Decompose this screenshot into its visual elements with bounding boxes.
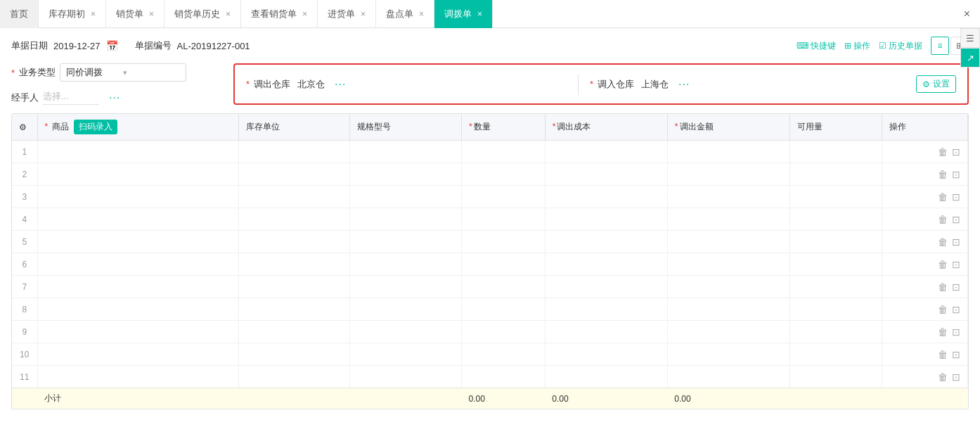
row-cost[interactable]: [545, 141, 667, 163]
row-unit[interactable]: [238, 231, 350, 253]
row-amount[interactable]: [667, 343, 789, 366]
row-spec[interactable]: [350, 163, 462, 186]
delete-icon[interactable]: 🗑: [938, 236, 948, 248]
copy-icon[interactable]: ⊡: [952, 281, 960, 293]
tab-purchase[interactable]: 进货单 ×: [318, 0, 376, 28]
copy-icon[interactable]: ⊡: [952, 236, 960, 248]
tab-sales-history[interactable]: 销货单历史 ×: [165, 0, 241, 28]
row-available[interactable]: [789, 253, 882, 276]
row-product[interactable]: [37, 298, 238, 321]
delete-icon[interactable]: 🗑: [938, 259, 948, 270]
settings-btn[interactable]: ⚙ 设置: [916, 75, 956, 93]
row-spec[interactable]: [350, 208, 462, 231]
row-amount[interactable]: [667, 186, 789, 208]
business-type-select[interactable]: 同价调拨 ▾: [60, 63, 186, 82]
copy-icon[interactable]: ⊡: [952, 259, 960, 270]
row-available[interactable]: [789, 366, 882, 388]
tab-stocktake-close[interactable]: ×: [419, 9, 424, 19]
row-spec[interactable]: [350, 366, 462, 388]
row-spec[interactable]: [350, 298, 462, 321]
row-amount[interactable]: [667, 321, 789, 343]
tab-sales-order-close[interactable]: ×: [149, 9, 154, 19]
tab-inventory-init-close[interactable]: ×: [91, 9, 96, 19]
row-unit[interactable]: [238, 298, 350, 321]
row-spec[interactable]: [350, 186, 462, 208]
row-amount[interactable]: [667, 231, 789, 253]
row-spec[interactable]: [350, 276, 462, 298]
copy-icon[interactable]: ⊡: [952, 169, 960, 180]
copy-icon[interactable]: ⊡: [952, 146, 960, 158]
row-amount[interactable]: [667, 163, 789, 186]
row-amount[interactable]: [667, 141, 789, 163]
row-product[interactable]: [37, 366, 238, 388]
row-qty[interactable]: [461, 366, 545, 388]
row-qty[interactable]: [461, 231, 545, 253]
tab-sales-order[interactable]: 销货单 ×: [106, 0, 165, 28]
row-product[interactable]: [37, 231, 238, 253]
col-gear[interactable]: ⚙: [12, 114, 37, 141]
row-spec[interactable]: [350, 141, 462, 163]
copy-icon[interactable]: ⊡: [952, 304, 960, 315]
tab-purchase-close[interactable]: ×: [361, 9, 366, 19]
delete-icon[interactable]: 🗑: [938, 146, 948, 158]
row-available[interactable]: [789, 343, 882, 366]
row-available[interactable]: [789, 276, 882, 298]
delete-icon[interactable]: 🗑: [938, 169, 948, 180]
row-product[interactable]: [37, 141, 238, 163]
out-warehouse-more-btn[interactable]: ···: [335, 78, 346, 91]
tab-transfer[interactable]: 调拨单 ×: [434, 0, 493, 28]
row-unit[interactable]: [238, 321, 350, 343]
delete-icon[interactable]: 🗑: [938, 349, 948, 360]
copy-icon[interactable]: ⊡: [952, 371, 960, 383]
row-cost[interactable]: [545, 343, 667, 366]
row-product[interactable]: [37, 163, 238, 186]
row-product[interactable]: [37, 321, 238, 343]
row-spec[interactable]: [350, 253, 462, 276]
delete-icon[interactable]: 🗑: [938, 281, 948, 293]
row-qty[interactable]: [461, 186, 545, 208]
row-available[interactable]: [789, 141, 882, 163]
row-cost[interactable]: [545, 253, 667, 276]
row-product[interactable]: [37, 343, 238, 366]
delete-icon[interactable]: 🗑: [938, 214, 948, 225]
row-qty[interactable]: [461, 321, 545, 343]
row-unit[interactable]: [238, 186, 350, 208]
row-qty[interactable]: [461, 163, 545, 186]
delete-icon[interactable]: 🗑: [938, 191, 948, 203]
tab-stocktake[interactable]: 盘点单 ×: [376, 0, 434, 28]
row-product[interactable]: [37, 253, 238, 276]
delete-icon[interactable]: 🗑: [938, 371, 948, 383]
delete-icon[interactable]: 🗑: [938, 326, 948, 338]
row-qty[interactable]: [461, 208, 545, 231]
calendar-icon[interactable]: 📅: [106, 40, 118, 51]
row-available[interactable]: [789, 186, 882, 208]
tab-inventory-init[interactable]: 库存期初 ×: [39, 0, 106, 28]
row-amount[interactable]: [667, 208, 789, 231]
tab-view-sales-close[interactable]: ×: [302, 9, 307, 19]
row-product[interactable]: [37, 208, 238, 231]
in-warehouse-more-btn[interactable]: ···: [678, 78, 690, 91]
row-spec[interactable]: [350, 343, 462, 366]
row-cost[interactable]: [545, 208, 667, 231]
row-cost[interactable]: [545, 321, 667, 343]
row-qty[interactable]: [461, 298, 545, 321]
tab-sales-history-close[interactable]: ×: [226, 9, 231, 19]
row-spec[interactable]: [350, 231, 462, 253]
row-available[interactable]: [789, 208, 882, 231]
row-unit[interactable]: [238, 253, 350, 276]
person-select[interactable]: 选择...: [43, 90, 99, 105]
row-unit[interactable]: [238, 366, 350, 388]
tab-view-sales[interactable]: 查看销货单 ×: [241, 0, 318, 28]
row-cost[interactable]: [545, 186, 667, 208]
row-available[interactable]: [789, 298, 882, 321]
row-cost[interactable]: [545, 276, 667, 298]
row-amount[interactable]: [667, 366, 789, 388]
scan-btn[interactable]: 扫码录入: [74, 120, 117, 134]
list-view-btn[interactable]: ≡: [931, 37, 949, 55]
row-unit[interactable]: [238, 141, 350, 163]
row-qty[interactable]: [461, 343, 545, 366]
sidebar-export-icon[interactable]: ↗: [960, 48, 980, 68]
row-cost[interactable]: [545, 366, 667, 388]
row-qty[interactable]: [461, 253, 545, 276]
row-spec[interactable]: [350, 321, 462, 343]
